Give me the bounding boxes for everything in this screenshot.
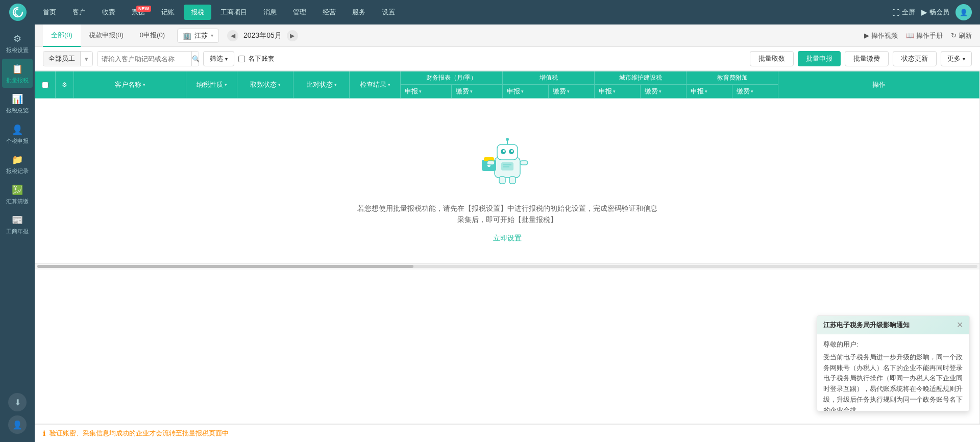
th-city-build-subs: 申报 ▾ 缴费 ▾	[595, 85, 686, 98]
logo[interactable]	[5, 2, 31, 22]
nav-message[interactable]: 消息	[256, 5, 284, 20]
user-avatar[interactable]: 👤	[955, 4, 972, 20]
employee-select[interactable]: 全部员工 ▾	[43, 51, 93, 66]
select-all-checkbox[interactable]	[42, 82, 48, 88]
batch-pay-btn[interactable]: 批量缴费	[845, 51, 889, 66]
sidebar-bottom: ⬇ 👤	[8, 393, 27, 438]
th-financial-declare: 申报 ▾	[401, 85, 452, 98]
notification-close-btn[interactable]: ✕	[957, 320, 963, 330]
svg-point-4	[503, 150, 505, 152]
sidebar-item-batch-tax[interactable]: 📋 批量报税	[2, 59, 33, 88]
nav-home[interactable]: 首页	[36, 5, 63, 20]
vat-pay-filter-icon[interactable]: ▾	[567, 89, 570, 94]
fullscreen-btn[interactable]: ⛶ 全屏	[892, 8, 915, 17]
check-result-filter-icon[interactable]: ▾	[388, 82, 390, 87]
th-vat-declare: 申报 ▾	[503, 85, 549, 98]
city-build-pay-filter-icon[interactable]: ▾	[659, 89, 662, 94]
province-label: 江苏	[194, 31, 208, 40]
fetch-status-filter-icon[interactable]: ▾	[278, 82, 281, 87]
sidebar-item-tax-overview[interactable]: 📊 报税总览	[2, 89, 33, 118]
sidebar-item-personal-tax[interactable]: 👤 个税申报	[2, 119, 33, 149]
date-nav: ◀ 2023年05月 ▶	[227, 30, 298, 41]
table-header-row1: ⚙ 客户名称 ▾ 纳税性质 ▾ 取数状态 ▾ 比对状态 ▾	[35, 71, 979, 99]
nav-billing[interactable]: 收费	[95, 5, 122, 20]
sidebar-user-btn[interactable]: 👤	[8, 415, 27, 434]
member-btn[interactable]: ▶ 畅会员	[921, 8, 949, 17]
nav-business[interactable]: 工商项目	[213, 5, 254, 20]
setup-link[interactable]: 立即设置	[493, 234, 522, 243]
filter-button[interactable]: 筛选 ▾	[203, 51, 234, 66]
sidebar-item-tax-records[interactable]: 📁 报税记录	[2, 150, 33, 179]
province-selector[interactable]: 🏢 江苏 ▾	[177, 29, 219, 43]
th-financial-title: 财务报表（月/季）	[401, 71, 502, 85]
horizontal-scrollbar[interactable]	[35, 263, 979, 269]
nav-service[interactable]: 服务	[345, 5, 373, 20]
top-nav-right: ⛶ 全屏 ▶ 畅会员 👤	[892, 4, 980, 20]
th-city-build-declare: 申报 ▾	[595, 85, 641, 98]
th-gear[interactable]: ⚙	[56, 71, 74, 98]
sidebar-item-tax-settings[interactable]: ⚙ 报税设置	[2, 29, 33, 58]
name-filter-icon[interactable]: ▾	[143, 82, 145, 87]
nav-accounting[interactable]: 记账	[154, 5, 182, 20]
financial-declare-filter-icon[interactable]: ▾	[419, 89, 422, 94]
th-vat-title: 增值税	[503, 71, 594, 85]
vat-declare-filter-icon[interactable]: ▾	[521, 89, 524, 94]
th-group-vat: 增值税 申报 ▾ 缴费 ▾	[503, 71, 595, 98]
nav-settings[interactable]: 设置	[375, 5, 402, 20]
checkbox-label-account[interactable]: 名下账套	[238, 54, 275, 63]
edu-pay-filter-icon[interactable]: ▾	[751, 89, 753, 94]
sidebar-item-annual-report[interactable]: 📰 工商年报	[2, 210, 33, 239]
svg-rect-1	[497, 144, 518, 160]
notification-title: 江苏电子税务局升级影响通知	[823, 321, 910, 330]
top-nav: 首页 客户 收费 票据 NEW 记账 报税 工商项目 消息 管理 经营 服务 设…	[0, 0, 980, 24]
status-bar: ℹ 验证账密、采集信息均成功的企业才会流转至批量报税页面中	[35, 424, 980, 442]
refresh-action[interactable]: ↻ 刷新	[951, 31, 972, 40]
th-vat-subs: 申报 ▾ 缴费 ▾	[503, 85, 594, 98]
video-icon: ▶	[864, 32, 869, 39]
search-button[interactable]: 🔍	[191, 52, 199, 66]
tab-tax-declare[interactable]: 税款申报 (0)	[81, 24, 132, 47]
th-group-city-build: 城市维护建设税 申报 ▾ 缴费 ▾	[595, 71, 687, 98]
video-action[interactable]: ▶ 操作视频	[864, 31, 898, 40]
city-build-declare-filter-icon[interactable]: ▾	[613, 89, 616, 94]
nav-invoice[interactable]: 票据 NEW	[125, 5, 152, 20]
sidebar-label-tax-settings: 报税设置	[6, 47, 29, 54]
status-update-btn[interactable]: 状态更新	[893, 51, 937, 66]
th-checkbox	[35, 71, 56, 98]
nav-manage[interactable]: 管理	[286, 5, 313, 20]
date-display: 2023年05月	[243, 31, 282, 40]
search-input[interactable]	[97, 52, 191, 66]
svg-rect-15	[501, 162, 513, 170]
batch-fetch-btn[interactable]: 批量取数	[750, 51, 794, 66]
province-icon: 🏢	[183, 32, 191, 40]
th-tax-nature: 纳税性质 ▾	[186, 71, 237, 98]
th-edu-pay: 缴费 ▾	[732, 85, 778, 98]
financial-pay-filter-icon[interactable]: ▾	[470, 89, 473, 94]
manual-action[interactable]: 📖 操作手册	[906, 31, 943, 40]
date-next-btn[interactable]: ▶	[287, 30, 298, 41]
tab-bar-right-actions: ▶ 操作视频 📖 操作手册 ↻ 刷新	[864, 31, 972, 40]
tax-settings-icon: ⚙	[11, 33, 23, 45]
province-arrow-icon: ▾	[211, 33, 213, 38]
th-name: 客户名称 ▾	[74, 71, 186, 98]
sidebar: ⚙ 报税设置 📋 批量报税 📊 报税总览 👤 个税申报 📁 报税记录 💹 汇算清…	[0, 24, 35, 442]
more-btn[interactable]: 更多 ▾	[941, 51, 972, 66]
tab-all[interactable]: 全部 (0)	[43, 24, 81, 47]
sidebar-download-btn[interactable]: ⬇	[8, 393, 27, 411]
nav-operation[interactable]: 经营	[315, 5, 343, 20]
tax-nature-filter-icon[interactable]: ▾	[225, 82, 227, 87]
sidebar-item-settlement[interactable]: 💹 汇算清缴	[2, 180, 33, 209]
edu-declare-filter-icon[interactable]: ▾	[705, 89, 707, 94]
date-prev-btn[interactable]: ◀	[227, 30, 238, 41]
compare-status-filter-icon[interactable]: ▾	[334, 82, 337, 87]
invoice-badge: NEW	[136, 6, 151, 12]
notification-text: 受当前电子税务局进一步升级的影响，同一个政务网账号（办税人）名下的企业不能再同时…	[823, 352, 963, 411]
avatar-icon: 👤	[960, 9, 968, 16]
tab-zero-declare[interactable]: 0申报 (0)	[132, 24, 173, 47]
account-checkbox[interactable]	[238, 56, 245, 62]
notification-header: 江苏电子税务局升级影响通知 ✕	[817, 316, 969, 334]
nav-customer[interactable]: 客户	[65, 5, 93, 20]
employee-select-arrow-icon[interactable]: ▾	[81, 52, 92, 66]
batch-declare-btn[interactable]: 批量申报	[798, 51, 841, 66]
nav-tax[interactable]: 报税	[184, 5, 211, 20]
